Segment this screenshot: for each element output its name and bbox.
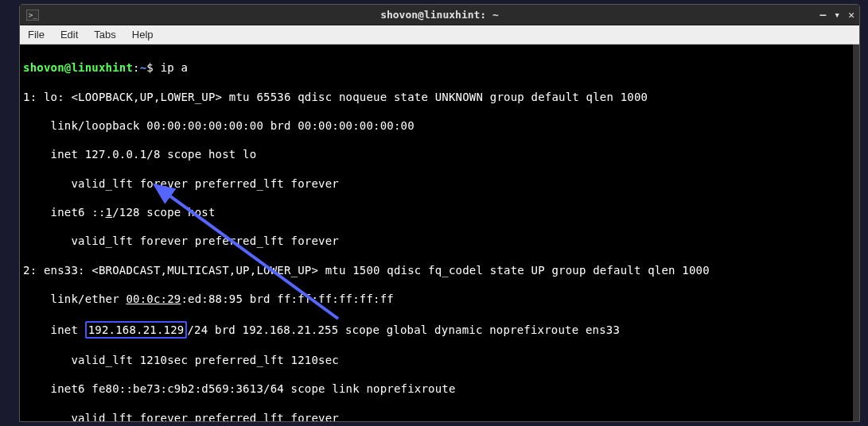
terminal-window: >_ shovon@linuxhint: ~ — ▾ ✕ File Edit T… bbox=[19, 4, 860, 422]
terminal-line: inet6 ::1/128 scope host bbox=[23, 205, 856, 219]
menu-edit[interactable]: Edit bbox=[57, 27, 81, 42]
svg-text:>_: >_ bbox=[29, 11, 37, 19]
highlighted-ip: 192.168.21.129 bbox=[85, 321, 188, 339]
minimize-button[interactable]: — bbox=[820, 9, 827, 21]
window-title: shovon@linuxhint: ~ bbox=[380, 9, 499, 21]
terminal-line: 2: ens33: <BROADCAST,MULTICAST,UP,LOWER_… bbox=[23, 263, 856, 277]
terminal-line: shovon@linuxhint:~$ ip a bbox=[23, 60, 856, 75]
menu-tabs[interactable]: Tabs bbox=[91, 27, 119, 42]
scrollbar[interactable] bbox=[853, 45, 859, 421]
terminal-line: 1: lo: <LOOPBACK,UP,LOWER_UP> mtu 65536 … bbox=[23, 90, 856, 104]
terminal-line: valid_lft forever preferred_lft forever bbox=[23, 176, 856, 191]
terminal-output[interactable]: shovon@linuxhint:~$ ip a 1: lo: <LOOPBAC… bbox=[20, 45, 859, 421]
terminal-line: valid_lft forever preferred_lft forever bbox=[23, 411, 856, 421]
terminal-line: link/ether 00:0c:29:ed:88:95 brd ff:ff:f… bbox=[23, 292, 856, 306]
menu-file[interactable]: File bbox=[25, 27, 48, 42]
menu-help[interactable]: Help bbox=[129, 27, 157, 42]
terminal-icon: >_ bbox=[26, 10, 39, 21]
window-controls: — ▾ ✕ bbox=[820, 9, 854, 21]
prompt-user-host: shovon@linuxhint bbox=[23, 61, 133, 74]
terminal-line: inet 127.0.0.1/8 scope host lo bbox=[23, 147, 856, 161]
titlebar[interactable]: >_ shovon@linuxhint: ~ — ▾ ✕ bbox=[20, 5, 859, 25]
close-button[interactable]: ✕ bbox=[848, 9, 854, 21]
terminal-line: valid_lft forever preferred_lft forever bbox=[23, 234, 856, 248]
terminal-line: inet 192.168.21.129/24 brd 192.168.21.25… bbox=[23, 321, 856, 339]
terminal-line: valid_lft 1210sec preferred_lft 1210sec bbox=[23, 353, 856, 367]
terminal-line: link/loopback 00:00:00:00:00:00 brd 00:0… bbox=[23, 118, 856, 133]
terminal-line: inet6 fe80::be73:c9b2:d569:3613/64 scope… bbox=[23, 381, 856, 396]
command-text: ip a bbox=[161, 61, 189, 74]
menubar: File Edit Tabs Help bbox=[20, 25, 859, 45]
maximize-button[interactable]: ▾ bbox=[834, 9, 840, 21]
